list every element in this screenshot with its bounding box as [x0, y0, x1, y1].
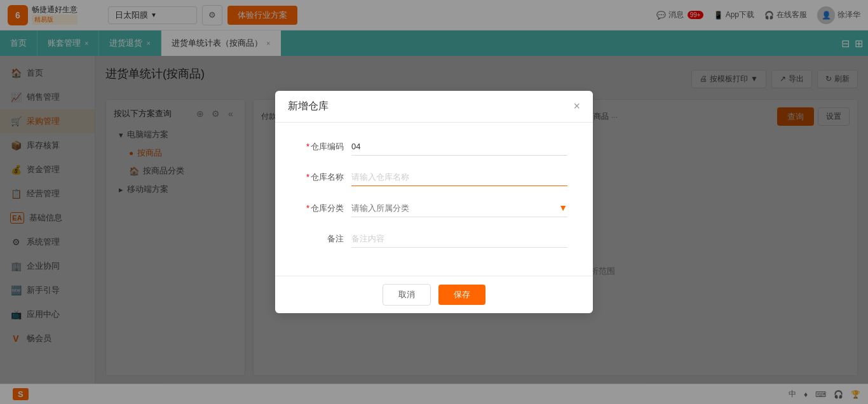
modal-header: 新增仓库 × — [275, 91, 593, 123]
code-label: 仓库编码 — [301, 141, 351, 152]
form-row-remark: 备注 — [301, 230, 567, 248]
modal-overlay: 新增仓库 × 仓库编码 仓库名称 仓库分类 ▼ — [0, 0, 868, 404]
category-input[interactable] — [351, 203, 559, 213]
form-row-name: 仓库名称 — [301, 168, 567, 186]
category-label: 仓库分类 — [301, 203, 351, 214]
add-warehouse-modal: 新增仓库 × 仓库编码 仓库名称 仓库分类 ▼ — [275, 91, 593, 313]
modal-footer: 取消 保存 — [275, 276, 593, 313]
cancel-button[interactable]: 取消 — [383, 284, 431, 306]
form-row-code: 仓库编码 — [301, 138, 567, 156]
remark-input[interactable] — [351, 230, 567, 248]
save-button[interactable]: 保存 — [438, 285, 485, 305]
modal-body: 仓库编码 仓库名称 仓库分类 ▼ 备注 — [275, 123, 593, 276]
category-select-wrapper[interactable]: ▼ — [351, 199, 567, 217]
category-dropdown-icon: ▼ — [559, 203, 567, 213]
modal-title: 新增仓库 — [288, 100, 329, 113]
remark-label: 备注 — [301, 233, 351, 245]
name-label: 仓库名称 — [301, 172, 351, 183]
name-input[interactable] — [351, 168, 567, 186]
modal-close-button[interactable]: × — [573, 100, 580, 113]
code-input[interactable] — [351, 138, 567, 156]
form-row-category: 仓库分类 ▼ — [301, 199, 567, 217]
